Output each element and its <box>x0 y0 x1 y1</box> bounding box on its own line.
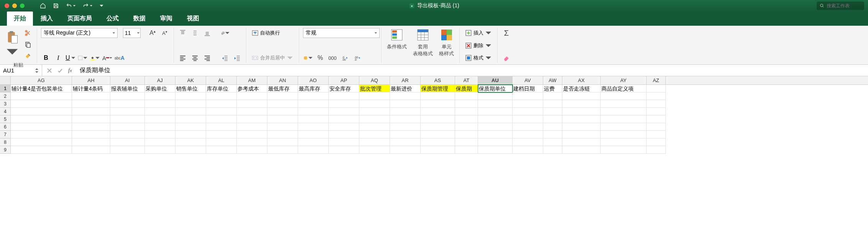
cell[interactable] <box>478 92 513 100</box>
bold-button[interactable]: B <box>41 53 51 63</box>
cell[interactable] <box>543 92 562 100</box>
cell[interactable] <box>562 146 601 154</box>
row-header[interactable]: 6 <box>0 123 11 131</box>
cell[interactable] <box>647 146 666 154</box>
align-bottom-button[interactable] <box>202 28 212 38</box>
cell[interactable] <box>298 100 329 108</box>
cell[interactable] <box>421 131 455 138</box>
percent-button[interactable]: % <box>315 53 325 63</box>
cell[interactable] <box>329 146 359 154</box>
decrease-indent-button[interactable] <box>220 53 230 63</box>
cell[interactable] <box>455 100 478 108</box>
cell[interactable] <box>562 123 601 131</box>
cell[interactable] <box>421 92 455 100</box>
insert-cells-button[interactable]: 插入 <box>463 28 493 38</box>
cell[interactable] <box>647 123 666 131</box>
cell[interactable] <box>267 108 298 115</box>
cell[interactable] <box>206 92 237 100</box>
column-header[interactable]: AX <box>562 76 601 84</box>
cell[interactable] <box>601 108 647 115</box>
cell[interactable] <box>455 92 478 100</box>
cell[interactable] <box>145 131 175 138</box>
cell[interactable]: 最高库存 <box>298 85 329 92</box>
column-header[interactable]: AO <box>298 76 329 84</box>
cell[interactable] <box>329 100 359 108</box>
cell[interactable] <box>110 115 145 123</box>
name-box[interactable] <box>0 65 42 76</box>
cell[interactable] <box>478 146 513 154</box>
cell[interactable] <box>513 146 543 154</box>
cell[interactable] <box>601 100 647 108</box>
cell[interactable] <box>11 131 72 138</box>
row-header[interactable]: 1 <box>0 85 11 92</box>
cell[interactable] <box>601 92 647 100</box>
cell[interactable] <box>513 115 543 123</box>
cell[interactable] <box>237 146 267 154</box>
cell[interactable] <box>513 108 543 115</box>
cell[interactable] <box>72 131 110 138</box>
cell[interactable]: 批次管理 <box>359 85 390 92</box>
cell[interactable] <box>175 146 206 154</box>
cell[interactable] <box>175 138 206 146</box>
tab-view[interactable]: 视图 <box>180 12 206 26</box>
cell[interactable] <box>110 92 145 100</box>
cell[interactable] <box>11 146 72 154</box>
cell[interactable] <box>267 131 298 138</box>
cell[interactable] <box>647 100 666 108</box>
cell[interactable] <box>478 100 513 108</box>
table-format-button[interactable]: 套用 表格格式 <box>411 28 434 57</box>
column-header[interactable]: AL <box>206 76 237 84</box>
cell[interactable] <box>478 131 513 138</box>
cell[interactable] <box>298 92 329 100</box>
underline-button[interactable]: U <box>66 53 75 63</box>
cell[interactable] <box>513 131 543 138</box>
cell[interactable] <box>562 131 601 138</box>
cell[interactable] <box>72 92 110 100</box>
cell[interactable]: 辅计量4是否包装单位 <box>11 85 72 92</box>
cell[interactable] <box>543 100 562 108</box>
cell[interactable] <box>267 123 298 131</box>
cell[interactable] <box>267 138 298 146</box>
column-header[interactable]: AR <box>390 76 421 84</box>
align-right-button[interactable] <box>202 53 212 63</box>
row-header[interactable]: 4 <box>0 108 11 115</box>
cell[interactable] <box>543 138 562 146</box>
column-header[interactable]: AY <box>601 76 647 84</box>
close-window[interactable] <box>5 3 9 8</box>
cell[interactable] <box>145 92 175 100</box>
cell[interactable] <box>359 115 390 123</box>
comma-button[interactable]: 000 <box>328 53 337 63</box>
cell[interactable] <box>647 115 666 123</box>
tab-formulas[interactable]: 公式 <box>100 12 126 26</box>
row-header[interactable]: 8 <box>0 138 11 146</box>
cell[interactable] <box>145 108 175 115</box>
column-header[interactable]: AJ <box>145 76 175 84</box>
redo-button[interactable] <box>83 3 93 9</box>
cell[interactable] <box>110 108 145 115</box>
column-header[interactable]: AG <box>11 76 72 84</box>
cell[interactable] <box>175 92 206 100</box>
cell[interactable] <box>110 131 145 138</box>
column-header[interactable]: AV <box>513 76 543 84</box>
clear-button[interactable] <box>501 53 511 63</box>
fx-label[interactable]: fx <box>68 67 72 74</box>
tab-data[interactable]: 数据 <box>126 12 152 26</box>
cell[interactable] <box>110 100 145 108</box>
cell[interactable] <box>601 138 647 146</box>
format-painter-button[interactable] <box>23 51 33 61</box>
chevron-down-icon[interactable] <box>374 31 377 35</box>
cell[interactable] <box>329 138 359 146</box>
cell[interactable] <box>455 115 478 123</box>
tab-insert[interactable]: 插入 <box>34 12 60 26</box>
cell[interactable] <box>421 108 455 115</box>
cell[interactable] <box>72 108 110 115</box>
merge-center-button[interactable]: 合并后居中 <box>250 53 295 63</box>
font-color-button[interactable]: A <box>102 53 112 63</box>
cell[interactable] <box>478 138 513 146</box>
cell[interactable] <box>298 146 329 154</box>
row-header[interactable]: 7 <box>0 131 11 138</box>
cell[interactable] <box>647 131 666 138</box>
cell[interactable] <box>206 115 237 123</box>
cell[interactable] <box>11 115 72 123</box>
cell[interactable]: 是否走冻链 <box>562 85 601 92</box>
